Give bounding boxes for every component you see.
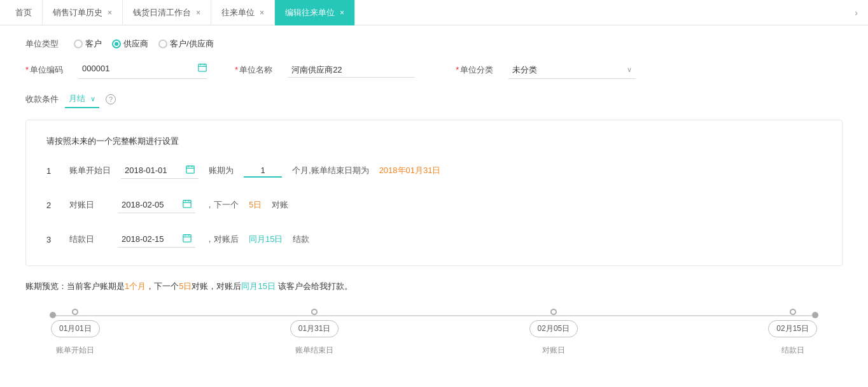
timeline-bubble-1: 01月01日 — [51, 320, 100, 337]
tab-edit-partner-units-label: 编辑往来单位 — [285, 7, 335, 18]
radio-supplier-label: 供应商 — [123, 38, 148, 50]
tab-partner-units-label: 往来单位 — [221, 7, 255, 18]
period-settings-title: 请按照未来的一个完整帐期进行设置 — [46, 136, 822, 147]
tab-home[interactable]: 首页 — [5, 0, 43, 25]
svg-rect-4 — [186, 166, 194, 173]
unit-type-row: 单位类型 客户 供应商 客户/供应商 — [25, 38, 843, 50]
unit-name-required-star: * — [235, 65, 238, 74]
unit-type-radio-group: 客户 供应商 客户/供应商 — [74, 38, 214, 50]
timeline-label-2: 账单结束日 — [295, 345, 333, 356]
tab-edit-partner-units[interactable]: 编辑往来单位 × — [275, 0, 355, 25]
tab-sales-order-history-close[interactable]: × — [108, 8, 112, 17]
tab-partner-units-close[interactable]: × — [260, 8, 264, 17]
unit-code-field — [78, 61, 207, 79]
tab-edit-partner-units-close[interactable]: × — [340, 8, 344, 17]
period-settings-box: 请按照未来的一个完整帐期进行设置 1 账单开始日 账期为 个月,账单结束日期为 … — [25, 120, 843, 266]
tab-cash-daily-workbench[interactable]: 钱货日清工作台 × — [123, 0, 211, 25]
payment-condition-arrow: ∨ — [90, 95, 95, 103]
period-row-1-cal-icon[interactable] — [186, 165, 195, 176]
timeline-label-3: 对账日 — [542, 345, 565, 356]
period-row-2-date-wrap — [118, 197, 195, 213]
timeline-container: 01月01日 账单开始日 01月31日 账单结束日 02月05日 对账日 02月… — [25, 309, 843, 381]
period-row-3-cal-icon[interactable] — [183, 234, 192, 244]
timeline-point-1: 01月01日 账单开始日 — [51, 309, 100, 356]
tab-sales-order-history-label: 销售订单历史 — [53, 7, 102, 18]
unit-name-label: *单位名称 — [235, 64, 272, 76]
timeline-dot-2 — [311, 309, 318, 315]
payment-condition-label: 收款条件 — [25, 94, 59, 105]
payment-condition-row: 收款条件 月结 ∨ ? — [25, 90, 843, 108]
period-row-2: 2 对账日 ，下一个5日对账 — [46, 197, 822, 213]
preview-highlight3: 同月15日 — [241, 281, 275, 291]
period-row-1-highlight: 2018年01月31日 — [379, 165, 441, 176]
radio-customer-circle — [74, 39, 83, 48]
preview-mid1: ，下一个 — [146, 281, 179, 291]
payment-condition-select[interactable]: 月结 ∨ — [65, 90, 99, 108]
unit-code-icon[interactable] — [198, 63, 207, 74]
tab-partner-units[interactable]: 往来单位 × — [211, 0, 275, 25]
tabs-arrow[interactable]: › — [850, 8, 863, 18]
period-row-3-highlight: 同月15日 — [249, 234, 283, 245]
period-row-2-date-input[interactable] — [122, 200, 179, 209]
unit-category-required-star: * — [456, 65, 459, 74]
unit-category-value: 未分类 — [512, 64, 624, 76]
radio-customer-supplier[interactable]: 客户/供应商 — [158, 38, 214, 50]
period-row-1-period-input[interactable] — [244, 164, 282, 178]
unit-category-arrow: ∨ — [627, 66, 632, 74]
tab-sales-order-history[interactable]: 销售订单历史 × — [43, 0, 123, 25]
preview-mid2: 对账，对账后 — [192, 281, 241, 291]
radio-supplier-circle — [112, 39, 121, 48]
period-row-1-desc-suffix: 个月,账单结束日期为 — [292, 165, 369, 176]
unit-category-label: *单位分类 — [456, 64, 493, 76]
period-row-1-num: 1 — [46, 166, 59, 176]
period-row-3-date-input[interactable] — [122, 234, 179, 244]
timeline-bubble-4: 02月15日 — [768, 320, 817, 337]
timeline-point-3: 02月05日 对账日 — [529, 309, 578, 356]
period-row-2-desc-suffix: 对账 — [272, 199, 288, 211]
timeline-dot-3 — [550, 309, 557, 315]
unit-type-label: 单位类型 — [25, 38, 59, 50]
timeline-bubble-2: 01月31日 — [290, 320, 339, 337]
period-row-3-label: 结款日 — [69, 234, 108, 245]
main-content: 单位类型 客户 供应商 客户/供应商 *单位编码 — [0, 25, 868, 387]
radio-customer-supplier-label: 客户/供应商 — [170, 38, 214, 50]
unit-code-required-star: * — [25, 65, 29, 74]
radio-customer-label: 客户 — [85, 38, 102, 50]
period-row-3-desc-suffix: 结款 — [293, 234, 309, 245]
period-row-2-cal-icon[interactable] — [183, 199, 192, 210]
svg-rect-0 — [199, 64, 206, 71]
tab-home-label: 首页 — [15, 7, 32, 18]
preview-label: 账期预览：当前客户账期是 — [25, 281, 125, 291]
period-row-2-highlight1: 5日 — [249, 199, 262, 211]
unit-code-label: *单位编码 — [25, 64, 63, 76]
radio-supplier[interactable]: 供应商 — [112, 38, 148, 50]
payment-help-icon[interactable]: ? — [106, 94, 116, 104]
radio-customer[interactable]: 客户 — [74, 38, 102, 50]
period-row-1: 1 账单开始日 账期为 个月,账单结束日期为 2018年01月31日 — [46, 162, 822, 179]
payment-condition-value: 月结 — [69, 93, 85, 104]
timeline-dot-4 — [790, 309, 796, 315]
period-row-3-desc-prefix: ，对账后 — [206, 234, 239, 245]
period-row-1-date-input[interactable] — [125, 165, 182, 175]
tab-cash-daily-workbench-label: 钱货日清工作台 — [133, 7, 191, 18]
unit-name-input[interactable] — [288, 62, 415, 78]
period-row-3: 3 结款日 ，对账后同月15日结款 — [46, 231, 822, 248]
tab-cash-daily-workbench-close[interactable]: × — [196, 8, 200, 17]
timeline-points: 01月01日 账单开始日 01月31日 账单结束日 02月05日 对账日 02月… — [51, 309, 817, 356]
timeline-dot-1 — [72, 309, 78, 315]
preview-highlight2: 5日 — [179, 281, 192, 291]
unit-info-row: *单位编码 *单位名称 *单位分类 未分类 ∨ — [25, 61, 843, 79]
period-row-1-label: 账单开始日 — [69, 165, 111, 176]
period-row-3-num: 3 — [46, 235, 59, 244]
tabs-bar: 首页 销售订单历史 × 钱货日清工作台 × 往来单位 × 编辑往来单位 × › — [0, 0, 868, 25]
period-row-3-date-wrap — [118, 231, 195, 248]
period-row-1-date-wrap — [121, 162, 199, 179]
timeline-bubble-3: 02月05日 — [529, 320, 578, 337]
timeline-label-1: 账单开始日 — [56, 345, 94, 356]
period-row-1-desc-prefix: 账期为 — [209, 165, 234, 176]
preview-end: 该客户会给我打款。 — [278, 281, 353, 291]
unit-category-select[interactable]: 未分类 ∨ — [508, 62, 636, 79]
timeline-point-2: 01月31日 账单结束日 — [290, 309, 339, 356]
period-row-2-num: 2 — [46, 201, 59, 210]
unit-code-input[interactable] — [78, 61, 193, 76]
